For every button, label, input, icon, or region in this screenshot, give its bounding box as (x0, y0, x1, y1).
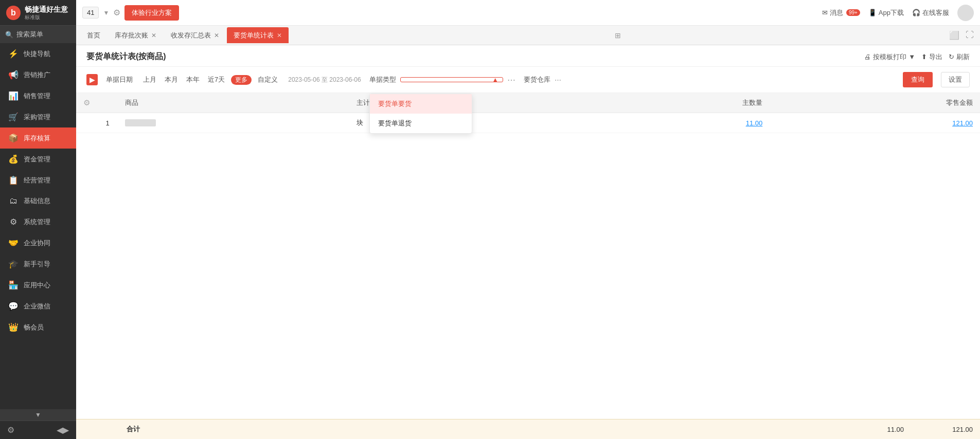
sidebar-nav: ⚡ 快捷导航 📢 营销推广 📊 销售管理 🛒 采购管理 📦 库存核算 💰 资金管… (0, 43, 76, 409)
refresh-button[interactable]: ↻ 刷新 (949, 52, 970, 62)
system-icon: ⚙ (8, 217, 19, 227)
sidebar-scroll-down[interactable]: ▼ (0, 409, 76, 420)
collapse-sidebar-icon[interactable]: ◀▶ (57, 425, 69, 435)
date-year-btn[interactable]: 本年 (184, 74, 202, 85)
tab-fullscreen-icon[interactable]: ⛶ (964, 28, 976, 42)
finance-icon: 💰 (8, 154, 19, 164)
date-week-btn[interactable]: 近7天 (206, 74, 227, 85)
sidebar-item-marketing[interactable]: 📢 营销推广 (0, 64, 76, 85)
sidebar-item-guide[interactable]: 🎓 新手引导 (0, 253, 76, 275)
sidebar-item-label: 基础信息 (24, 196, 50, 206)
filter-expand-button[interactable]: ▶ (86, 74, 98, 85)
sidebar-item-operation[interactable]: 📋 经营管理 (0, 170, 76, 191)
doc-type-chevron-icon: ▲ (492, 76, 498, 83)
row-qty-link[interactable]: 11.00 (746, 119, 763, 127)
tab-receipts[interactable]: 收发存汇总表 ✕ (164, 27, 226, 43)
warehouse-more-icon[interactable]: ⋯ (555, 76, 561, 84)
sidebar-item-enterprise[interactable]: 🤝 企业协同 (0, 232, 76, 253)
sidebar-item-label: 营销推广 (24, 70, 50, 80)
sidebar: b 畅捷通好生意 标准版 🔍 搜索菜单 ⚡ 快捷导航 📢 营销推广 📊 销售管理… (0, 0, 76, 439)
page-header: 要货单统计表(按商品) 🖨 按模板打印 ▼ ⬆ 导出 ↻ 刷新 (76, 45, 980, 67)
row-index: 1 (97, 113, 118, 133)
template-print-label: 按模板打印 (873, 52, 906, 62)
sidebar-search[interactable]: 🔍 搜索菜单 (0, 26, 76, 43)
date-custom-btn[interactable]: 自定义 (256, 74, 280, 85)
table-wrap: ⚙ 商品 主计量单位 主数量 零售金额 1 (76, 93, 980, 419)
topbar-gear-icon[interactable]: ⚙ (113, 8, 120, 17)
sidebar-item-member[interactable]: 👑 畅会员 (0, 317, 76, 338)
sidebar-item-purchase[interactable]: 🛒 采购管理 (0, 106, 76, 127)
tabbar: 首页 库存批次账 ✕ 收发存汇总表 ✕ 要货单统计表 ✕ ⊞ ⬜ ⛶ (76, 26, 980, 45)
page-title: 要货单统计表(按商品) (86, 51, 166, 62)
doc-type-more-icon[interactable]: ⋯ (507, 75, 515, 85)
sidebar-item-sales[interactable]: 📊 销售管理 (0, 85, 76, 106)
topbar-right: ✉ 消息 99+ 📱 App下载 🎧 在线客服 (822, 5, 974, 21)
tab-home[interactable]: 首页 (80, 27, 107, 43)
online-service-item[interactable]: 🎧 在线客服 (912, 8, 949, 17)
tab-collapse-icon[interactable]: ⬜ (947, 28, 961, 42)
enterprise-icon: 🤝 (8, 238, 19, 248)
export-icon: ⬆ (921, 53, 927, 61)
refresh-label: 刷新 (956, 52, 970, 62)
app-download-item[interactable]: 📱 App下载 (868, 8, 904, 17)
print-icon: 🖨 (864, 53, 871, 61)
col-index (97, 93, 118, 113)
message-item[interactable]: ✉ 消息 99+ (822, 8, 860, 17)
date-filter-label: 单据日期 (106, 75, 133, 84)
dropdown-option-return[interactable]: 要货单退货 (370, 114, 472, 133)
marketing-icon: 📢 (8, 70, 19, 80)
page-content: 要货单统计表(按商品) 🖨 按模板打印 ▼ ⬆ 导出 ↻ 刷新 ▶ (76, 45, 980, 439)
date-month-btn[interactable]: 本月 (163, 74, 180, 85)
tab-order-stats[interactable]: 要货单统计表 ✕ (227, 27, 289, 43)
export-label: 导出 (929, 52, 942, 62)
topbar-dropdown-arrow[interactable]: ▼ (103, 9, 109, 16)
sidebar-item-finance[interactable]: 💰 资金管理 (0, 149, 76, 170)
basic-icon: 🗂 (8, 196, 19, 206)
app-logo-icon: b (6, 6, 21, 20)
operation-icon: 📋 (8, 175, 19, 185)
data-table: ⚙ 商品 主计量单位 主数量 零售金额 1 (76, 93, 980, 133)
doc-type-label: 单据类型 (369, 75, 396, 84)
tab-receipts-close[interactable]: ✕ (214, 32, 219, 39)
row-amount[interactable]: 121.00 (770, 113, 980, 133)
tab-batch-close[interactable]: ✕ (151, 32, 156, 39)
table-footer: 合计 11.00 121.00 (76, 419, 980, 439)
online-service-label: 在线客服 (922, 8, 949, 17)
sidebar-item-basic[interactable]: 🗂 基础信息 (0, 191, 76, 211)
row-amount-link[interactable]: 121.00 (952, 119, 973, 127)
table-gear-icon[interactable]: ⚙ (83, 98, 90, 107)
tab-order-stats-close[interactable]: ✕ (277, 32, 282, 39)
date-more-btn[interactable]: 更多 (231, 75, 252, 85)
sidebar-item-label: 资金管理 (24, 155, 50, 164)
row-qty[interactable]: 11.00 (594, 113, 770, 133)
sidebar-item-label: 畅会员 (24, 323, 44, 332)
main-area: 41 ▼ ⚙ 体验行业方案 ✉ 消息 99+ 📱 App下载 🎧 在线客服 首 (76, 0, 980, 439)
print-dropdown-icon: ▼ (908, 53, 915, 61)
dropdown-option-order[interactable]: 要货单要货 (370, 94, 472, 114)
row-gear-cell (76, 113, 97, 133)
sidebar-item-inventory[interactable]: 📦 库存核算 (0, 127, 76, 149)
industry-plan-button[interactable]: 体验行业方案 (124, 5, 179, 21)
template-print-button[interactable]: 🖨 按模板打印 ▼ (864, 52, 915, 62)
warehouse-filter: 要货仓库 ⋯ (524, 75, 561, 84)
sidebar-item-wechat[interactable]: 💬 企业微信 (0, 296, 76, 317)
doc-type-select[interactable]: ▲ (400, 77, 503, 82)
guide-icon: 🎓 (8, 259, 19, 269)
sidebar-item-quick-nav[interactable]: ⚡ 快捷导航 (0, 43, 76, 64)
settings-button[interactable]: 设置 (941, 72, 970, 87)
sidebar-item-appstore[interactable]: 🏪 应用中心 (0, 275, 76, 296)
export-button[interactable]: ⬆ 导出 (921, 52, 942, 62)
sidebar-logo: b 畅捷通好生意 标准版 (0, 0, 76, 26)
search-button[interactable]: 查询 (903, 72, 933, 87)
user-avatar[interactable] (957, 5, 974, 21)
sidebar-item-system[interactable]: ⚙ 系统管理 (0, 211, 76, 232)
settings-gear-icon[interactable]: ⚙ (7, 425, 14, 435)
tab-batch-label: 库存批次账 (115, 31, 148, 40)
tab-batch[interactable]: 库存批次账 ✕ (108, 27, 163, 43)
date-up-btn[interactable]: 上月 (141, 74, 158, 85)
sidebar-item-label: 销售管理 (24, 92, 50, 101)
wechat-icon: 💬 (8, 301, 19, 311)
search-icon: 🔍 (5, 31, 13, 39)
tab-expand-button[interactable]: ⊞ (612, 29, 624, 42)
tabs-count[interactable]: 41 (82, 7, 99, 19)
